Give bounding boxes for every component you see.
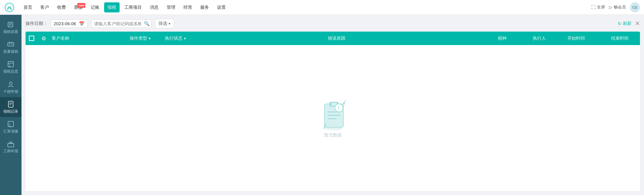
th-operation-type[interactable]: 操作类型 ▼ <box>124 33 157 44</box>
top-navigation: 首页 客户 收费 票据 new 记账 报税 工商项目 消息 管理 经营 服务 设… <box>0 0 644 15</box>
th-settings[interactable]: ⚙ <box>38 33 50 44</box>
svg-text:∑: ∑ <box>9 123 11 126</box>
tax-overview-icon <box>7 61 14 68</box>
nav-home[interactable]: 首页 <box>20 2 36 12</box>
select-all-checkbox[interactable] <box>29 36 34 41</box>
th-exec-status[interactable]: 执行状态 ▼ <box>157 33 194 44</box>
empty-illustration: ! <box>319 98 346 128</box>
tax-records-icon <box>7 101 14 108</box>
filter-button[interactable]: 筛选 ▾ <box>155 19 174 28</box>
refresh-button[interactable]: ↻ 刷新 <box>618 21 632 27</box>
th-end-time: 结束时间 <box>600 33 640 44</box>
member-button[interactable]: ▷ 畅会员 <box>609 4 626 10</box>
sidebar-item-personal-tax[interactable]: 个税申报 <box>0 77 22 97</box>
nav-customer[interactable]: 客户 <box>37 2 52 12</box>
date-label: 操作日期： <box>26 21 47 27</box>
table-header: ⚙ 客户名称 操作类型 ▼ 执行状态 ▼ 错误原因 税种 <box>26 32 640 45</box>
annual-report-icon <box>7 140 14 148</box>
nav-settings[interactable]: 设置 <box>214 2 229 12</box>
sidebar-item-annual-report[interactable]: 工商年报 <box>0 137 22 157</box>
empty-state: ! 暂无数据 <box>26 45 640 191</box>
fullscreen-label: 全屏 <box>597 4 605 10</box>
new-badge: new <box>77 3 85 8</box>
svg-point-12 <box>9 82 12 85</box>
nav-business[interactable]: 工商项目 <box>121 2 145 12</box>
nav-operation[interactable]: 经营 <box>180 2 196 12</box>
svg-text:!: ! <box>338 105 339 111</box>
svg-rect-13 <box>8 101 13 107</box>
user-avatar[interactable]: CE <box>630 2 640 12</box>
svg-point-33 <box>325 127 343 130</box>
search-wrapper: 🔍 <box>91 20 152 28</box>
sidebar: 报税设置 批量报税 报税总览 <box>0 15 22 195</box>
chevron-down-icon: ▾ <box>169 22 170 26</box>
refresh-icon: ↻ <box>618 21 621 26</box>
calendar-icon: 📅 <box>79 21 84 26</box>
th-tax-type: 税种 <box>479 33 526 44</box>
top-nav-right: ⛶ 全屏 ▷ 畅会员 CE <box>591 2 640 12</box>
empty-text: 暂无数据 <box>324 132 342 138</box>
settlement-icon: ∑ <box>7 120 14 128</box>
tax-settings-icon <box>7 21 14 28</box>
member-label: 畅会员 <box>614 4 626 10</box>
th-error-reason: 错误原因 <box>194 33 479 44</box>
date-value: 2023-06-06 <box>54 21 76 26</box>
sidebar-item-tax-records[interactable]: 报税记录 <box>0 97 22 117</box>
sidebar-item-settlement[interactable]: ∑ 汇算清缴 <box>0 117 22 137</box>
settings-icon[interactable]: ⚙ <box>41 35 46 42</box>
content-area: 操作日期： 2023-06-06 📅 🔍 筛选 ▾ ↻ 刷新 ✕ <box>22 15 644 195</box>
user-initials: CE <box>632 5 637 9</box>
toolbar: 操作日期： 2023-06-06 📅 🔍 筛选 ▾ ↻ 刷新 ✕ <box>26 19 640 28</box>
nav-accounts[interactable]: 记账 <box>87 2 103 12</box>
fullscreen-button[interactable]: ⛶ 全屏 <box>591 4 605 10</box>
sidebar-item-label: 报税设置 <box>3 30 18 34</box>
table-container: ⚙ 客户名称 操作类型 ▼ 执行状态 ▼ 错误原因 税种 <box>26 32 640 191</box>
search-input[interactable] <box>91 20 152 28</box>
nav-message[interactable]: 消息 <box>146 2 162 12</box>
sidebar-item-label: 个税申报 <box>3 89 18 94</box>
main-layout: 报税设置 批量报税 报税总览 <box>0 15 644 195</box>
app-logo[interactable] <box>4 2 15 13</box>
filter-icon: ▼ <box>148 37 152 40</box>
close-button[interactable]: ✕ <box>635 21 640 27</box>
personal-tax-icon <box>7 81 14 88</box>
sidebar-item-label: 报税总览 <box>3 69 18 74</box>
sidebar-item-label: 工商年报 <box>3 149 18 153</box>
date-picker[interactable]: 2023-06-06 📅 <box>51 20 88 28</box>
th-checkbox[interactable] <box>26 33 38 44</box>
nav-manage[interactable]: 管理 <box>163 2 179 12</box>
th-executor: 执行人 <box>526 33 553 44</box>
sidebar-item-tax-overview[interactable]: 报税总览 <box>0 57 22 77</box>
filter-label: 筛选 <box>159 21 167 27</box>
svg-rect-5 <box>8 43 14 46</box>
nav-billing[interactable]: 收费 <box>54 2 69 12</box>
nav-invoice[interactable]: 票据 new <box>71 2 86 12</box>
nav-service[interactable]: 服务 <box>197 2 212 12</box>
sidebar-item-tax-settings[interactable]: 报税设置 <box>0 17 22 37</box>
sidebar-item-label: 批量报税 <box>3 49 18 54</box>
svg-rect-19 <box>8 144 14 147</box>
sidebar-item-batch-tax[interactable]: 批量报税 <box>0 37 22 57</box>
refresh-label: 刷新 <box>623 21 632 27</box>
nav-tax[interactable]: 报税 <box>104 2 120 12</box>
search-icon[interactable]: 🔍 <box>144 21 149 26</box>
svg-point-35 <box>324 127 325 129</box>
nav-items: 首页 客户 收费 票据 new 记账 报税 工商项目 消息 管理 经营 服务 设… <box>20 2 591 12</box>
th-start-time: 开始时间 <box>553 33 600 44</box>
toolbar-right: ↻ 刷新 ✕ <box>618 21 640 27</box>
sidebar-item-label: 报税记录 <box>3 109 18 114</box>
sidebar-item-label: 汇算清缴 <box>3 129 18 133</box>
table-body: ! 暂无数据 <box>26 45 640 191</box>
play-icon: ▷ <box>609 5 612 10</box>
batch-tax-icon <box>7 41 14 48</box>
th-customer-name: 客户名称 <box>50 33 124 44</box>
fullscreen-icon: ⛶ <box>591 5 596 10</box>
svg-rect-9 <box>8 62 13 67</box>
filter-icon: ▼ <box>183 37 187 40</box>
